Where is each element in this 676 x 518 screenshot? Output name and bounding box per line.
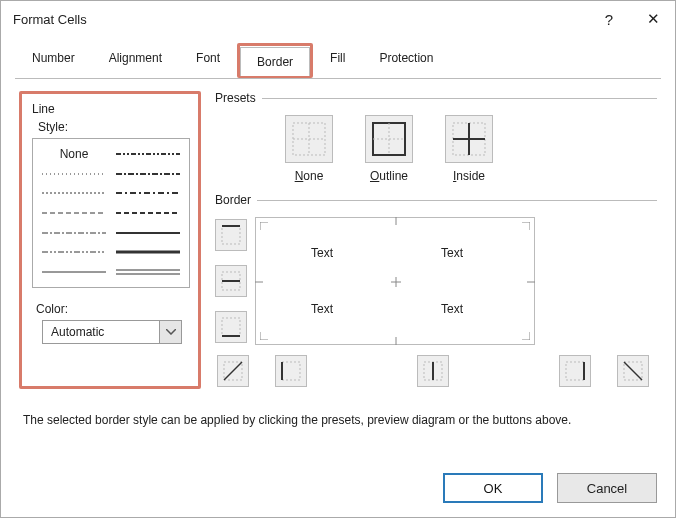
- preset-none-icon: [285, 115, 333, 163]
- ok-button[interactable]: OK: [443, 473, 543, 503]
- line-style-grid: None: [32, 138, 190, 288]
- line-style-dashdotdot[interactable]: [40, 245, 108, 259]
- border-left-button[interactable]: [275, 355, 307, 387]
- border-preview[interactable]: Text Text Text Text: [255, 217, 535, 345]
- tab-strip: Number Alignment Font Border Fill Protec…: [15, 43, 661, 79]
- format-cells-dialog: Format Cells ? ✕ Number Alignment Font B…: [0, 0, 676, 518]
- help-button[interactable]: ?: [587, 1, 631, 37]
- line-panel: Line Style: None: [19, 91, 201, 389]
- presets-label: Presets: [215, 91, 262, 105]
- hint-text: The selected border style can be applied…: [23, 413, 653, 427]
- line-style-dotted[interactable]: [40, 186, 108, 200]
- chevron-down-icon: [159, 321, 181, 343]
- border-group: Border: [215, 193, 657, 393]
- preset-outline-label: Outline: [370, 169, 408, 183]
- border-label: Border: [215, 193, 257, 207]
- preview-text-tr: Text: [441, 246, 463, 260]
- border-right-button[interactable]: [559, 355, 591, 387]
- tab-border[interactable]: Border: [240, 47, 310, 76]
- line-style-double[interactable]: [114, 265, 182, 279]
- svg-line-36: [224, 362, 242, 380]
- preset-none[interactable]: None: [285, 115, 333, 183]
- svg-line-44: [624, 362, 642, 380]
- border-vmid-button[interactable]: [417, 355, 449, 387]
- border-top-button[interactable]: [215, 219, 247, 251]
- svg-rect-41: [566, 362, 584, 380]
- line-style-mediumdashdotdot[interactable]: [114, 147, 182, 161]
- line-style-thin[interactable]: [40, 265, 108, 279]
- dialog-title: Format Cells: [13, 12, 587, 27]
- svg-rect-37: [282, 362, 300, 380]
- right-panel: Presets None Outline Inside: [215, 91, 657, 397]
- dialog-footer: OK Cancel: [443, 473, 657, 503]
- border-diag-down-button[interactable]: [617, 355, 649, 387]
- border-bottom-button[interactable]: [215, 311, 247, 343]
- color-label: Color:: [36, 302, 188, 316]
- line-style-hairline[interactable]: [40, 167, 108, 181]
- svg-rect-23: [222, 226, 240, 244]
- line-style-dashdot[interactable]: [40, 226, 108, 240]
- preview-text-tl: Text: [311, 246, 333, 260]
- tab-fill[interactable]: Fill: [313, 43, 362, 72]
- preset-inside[interactable]: Inside: [445, 115, 493, 183]
- preset-outline[interactable]: Outline: [365, 115, 413, 183]
- line-style-medium[interactable]: [114, 226, 182, 240]
- preset-inside-icon: [445, 115, 493, 163]
- presets-group: Presets None Outline Inside: [215, 91, 657, 189]
- line-style-dashed[interactable]: [40, 206, 108, 220]
- line-style-thick[interactable]: [114, 245, 182, 259]
- svg-rect-27: [222, 318, 240, 336]
- cancel-button[interactable]: Cancel: [557, 473, 657, 503]
- line-label: Line: [32, 102, 188, 116]
- preset-outline-icon: [365, 115, 413, 163]
- line-style-mediumdashdot[interactable]: [114, 186, 182, 200]
- line-style-slantdashdot[interactable]: [114, 167, 182, 181]
- border-hmid-button[interactable]: [215, 265, 247, 297]
- style-label: Style:: [38, 120, 188, 134]
- line-style-mediumdashed[interactable]: [114, 206, 182, 220]
- close-button[interactable]: ✕: [631, 1, 675, 37]
- dialog-body: Line Style: None: [1, 79, 675, 427]
- preview-text-bl: Text: [311, 302, 333, 316]
- color-value: Automatic: [43, 325, 159, 339]
- line-style-none[interactable]: None: [40, 147, 108, 161]
- border-diag-up-button[interactable]: [217, 355, 249, 387]
- tab-number[interactable]: Number: [15, 43, 92, 72]
- tab-alignment[interactable]: Alignment: [92, 43, 179, 72]
- color-dropdown[interactable]: Automatic: [42, 320, 182, 344]
- preset-none-label: None: [295, 169, 324, 183]
- title-bar: Format Cells ? ✕: [1, 1, 675, 37]
- preview-text-br: Text: [441, 302, 463, 316]
- tab-protection[interactable]: Protection: [362, 43, 450, 72]
- tab-font[interactable]: Font: [179, 43, 237, 72]
- preset-inside-label: Inside: [453, 169, 485, 183]
